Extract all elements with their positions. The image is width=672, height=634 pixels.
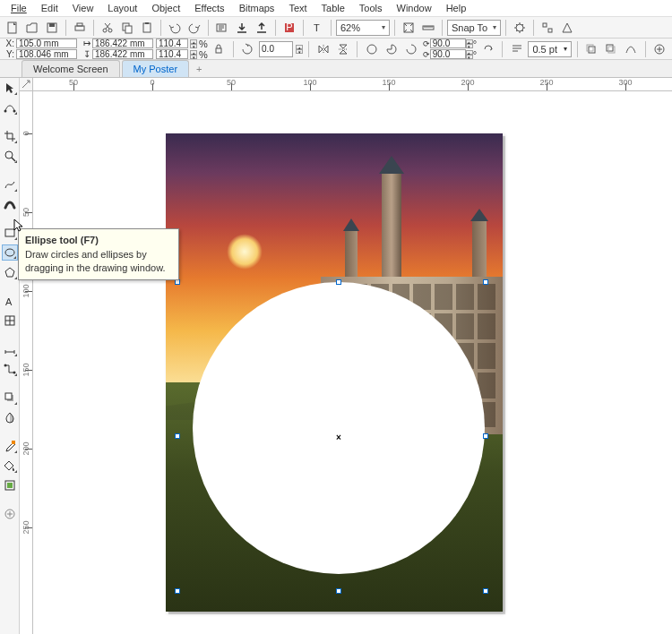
end-angle-icon: ⟳ — [423, 50, 430, 59]
smart-fill-tool[interactable] — [2, 477, 18, 493]
menu-file[interactable]: File — [4, 1, 34, 15]
menu-bitmaps[interactable]: Bitmaps — [232, 1, 282, 15]
snap-to-dropdown[interactable]: Snap To — [447, 20, 501, 36]
object-height-input[interactable]: 186.422 mm — [92, 49, 153, 59]
show-rulers-button[interactable] — [419, 19, 437, 37]
full-screen-preview-button[interactable] — [400, 19, 418, 37]
selection-handle-se[interactable] — [483, 588, 488, 594]
menu-text[interactable]: Text — [281, 1, 314, 15]
redo-button[interactable] — [185, 19, 203, 37]
freehand-tool[interactable] — [2, 176, 18, 193]
y-position-input[interactable]: 108.046 mm — [16, 49, 77, 59]
svg-rect-3 — [75, 26, 84, 30]
text-style-button[interactable]: T — [308, 19, 326, 37]
tab-my-poster[interactable]: My Poster — [122, 60, 190, 77]
quick-customize-button[interactable] — [651, 40, 668, 58]
svg-point-34 — [4, 364, 6, 367]
start-angle-icon: ⟳ — [423, 39, 430, 48]
text-tool[interactable]: A — [2, 293, 18, 309]
menu-effects[interactable]: Effects — [187, 1, 231, 15]
connector-tool[interactable] — [2, 361, 18, 377]
transparency-tool[interactable] — [2, 409, 18, 425]
rotation-angle-input[interactable]: 0.0 — [259, 41, 293, 57]
change-direction-button[interactable] — [479, 40, 496, 58]
spin-down[interactable]: ▾ — [190, 55, 197, 59]
tab-welcome-screen[interactable]: Welcome Screen — [22, 60, 120, 77]
standard-toolbar: P T 62% Snap To — [0, 17, 672, 39]
ellipse-tool[interactable] — [2, 244, 18, 261]
to-front-button[interactable] — [582, 40, 599, 58]
quick-customize-toolbox[interactable] — [2, 506, 18, 522]
selection-handle-n[interactable] — [336, 279, 341, 285]
selection-handle-e[interactable] — [483, 433, 488, 439]
outline-width-input[interactable]: 0.5 pt — [528, 41, 571, 57]
ellipse-object[interactable] — [193, 282, 485, 574]
options-button[interactable] — [511, 19, 529, 37]
eyedropper-tool[interactable] — [2, 438, 18, 454]
start-angle-input[interactable]: 90.0 — [430, 39, 466, 48]
tool-tooltip: Ellipse tool (F7) Draw circles and ellip… — [18, 228, 179, 280]
new-button[interactable] — [4, 19, 22, 37]
tab-add-button[interactable]: + — [191, 61, 207, 77]
save-button[interactable] — [43, 19, 61, 37]
dimension-tool[interactable] — [2, 341, 18, 357]
search-content-button[interactable] — [213, 19, 231, 37]
menu-tools[interactable]: Tools — [352, 1, 390, 15]
pie-mode-button[interactable] — [383, 40, 400, 58]
menu-object[interactable]: Object — [144, 1, 187, 15]
wrap-text-button[interactable] — [508, 40, 525, 58]
open-button[interactable] — [23, 19, 41, 37]
zoom-tool[interactable] — [2, 148, 18, 164]
shape-tool[interactable] — [2, 99, 18, 116]
mirror-horizontal-button[interactable] — [314, 40, 332, 58]
drop-shadow-tool[interactable] — [2, 390, 18, 406]
menu-edit[interactable]: Edit — [34, 1, 65, 15]
object-width-input[interactable]: 186.422 mm — [92, 39, 153, 48]
x-position-input[interactable]: 105.0 mm — [16, 39, 77, 48]
undo-button[interactable] — [166, 19, 184, 37]
launch-button[interactable] — [558, 19, 576, 37]
crop-tool[interactable] — [2, 128, 18, 144]
to-back-button[interactable] — [603, 40, 620, 58]
interactive-fill-tool[interactable] — [2, 458, 18, 474]
spin-down[interactable]: ▾ — [190, 44, 197, 48]
selection-handle-sw[interactable] — [175, 588, 180, 594]
selection-handle-s[interactable] — [336, 588, 341, 594]
menu-help[interactable]: Help — [439, 1, 474, 15]
artistic-media-tool[interactable] — [2, 196, 18, 212]
table-tool[interactable] — [2, 313, 18, 329]
svg-rect-9 — [143, 23, 151, 32]
scale-y-input[interactable]: 110.4 — [156, 49, 188, 59]
lock-ratio-button[interactable] — [211, 40, 228, 58]
ellipse-mode-button[interactable] — [363, 40, 380, 58]
print-button[interactable] — [71, 19, 89, 37]
selection-handle-nw[interactable] — [175, 279, 180, 285]
menu-layout[interactable]: Layout — [100, 1, 144, 15]
paste-button[interactable] — [138, 19, 156, 37]
import-button[interactable] — [233, 19, 251, 37]
ruler-origin[interactable] — [20, 78, 33, 91]
publish-pdf-button[interactable]: P — [280, 19, 298, 37]
polygon-tool[interactable] — [2, 264, 18, 280]
copy-button[interactable] — [118, 19, 136, 37]
drawing-canvas[interactable]: × — [33, 91, 672, 634]
cut-button[interactable] — [99, 19, 116, 37]
menu-table[interactable]: Table — [314, 1, 352, 15]
end-angle-input[interactable]: 90.0 — [430, 49, 466, 59]
svg-point-21 — [367, 45, 376, 54]
menu-window[interactable]: Window — [390, 1, 439, 15]
selection-handle-ne[interactable] — [483, 279, 488, 285]
spin-down[interactable]: ▾ — [296, 49, 303, 54]
menu-bar: File Edit View Layout Object Effects Bit… — [0, 0, 672, 17]
pick-tool[interactable] — [2, 80, 18, 96]
zoom-level-input[interactable]: 62% — [336, 20, 390, 36]
export-button[interactable] — [253, 19, 271, 37]
convert-curves-button[interactable] — [623, 40, 640, 58]
align-distribute-button[interactable] — [538, 19, 556, 37]
arc-mode-button[interactable] — [403, 40, 420, 58]
menu-view[interactable]: View — [65, 1, 101, 15]
scale-x-input[interactable]: 110.4 — [156, 39, 188, 48]
selection-handle-w[interactable] — [175, 433, 180, 439]
mirror-vertical-button[interactable] — [334, 40, 351, 58]
toolbox: A — [0, 78, 20, 634]
